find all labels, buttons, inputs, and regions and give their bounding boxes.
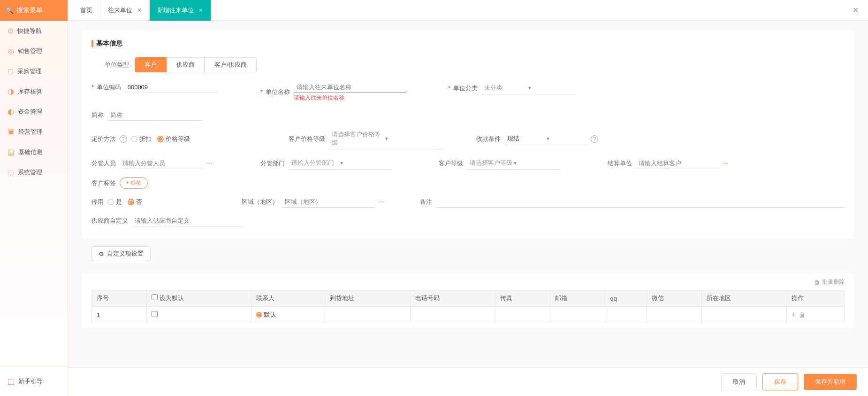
custom-settings-button[interactable]: ⚙ 自定义项设置 (91, 246, 151, 261)
customer-price-field: 客户价格等级 请选择客户价格等级 ▾ (289, 128, 457, 149)
supplier-custom-field: 供应商自定义 (91, 215, 279, 226)
sidebar-item-sales[interactable]: ◎销售管理 (0, 41, 68, 61)
save-button[interactable]: 保存 (762, 373, 798, 390)
radio-discount[interactable]: 折扣 (131, 135, 152, 143)
payment-help-icon[interactable]: ? (591, 135, 598, 143)
unit-code-input[interactable] (125, 82, 219, 93)
help-icon[interactable]: ? (120, 135, 127, 143)
form-row-2: 简称 (91, 109, 845, 121)
supplier-custom-input[interactable] (132, 215, 244, 226)
batch-delete-button[interactable]: 🗑 批量删除 (815, 278, 845, 286)
unit-name-error: 请输入往来单位名称 (294, 94, 429, 102)
region-field: 区域（地区） ··· (242, 196, 401, 208)
sidebar-item-system[interactable]: ◌系统管理 (0, 162, 68, 182)
add-row-icon[interactable]: + (792, 311, 795, 318)
sidebar-item-purchase[interactable]: ◻采购管理 (0, 61, 68, 81)
table-col-4: 电话号码 (410, 290, 495, 307)
custom-settings-wrap: ⚙ 自定义项设置 (82, 246, 854, 273)
unit-code-field: * 单位编码 (91, 82, 242, 93)
bottom-bar: 取消 保存 保存并新增 (68, 367, 868, 396)
customer-level-field: 客户等级 请选择客户等级 ▾ (439, 157, 589, 170)
region-more-icon[interactable]: ··· (378, 198, 384, 206)
form-row-1: * 单位编码 * 单位名称 请输入往来单位名称 (91, 82, 845, 102)
unit-type-btn-supplier[interactable]: 供应商 (167, 57, 205, 72)
tab-close-new-partner[interactable]: ✕ (198, 7, 203, 14)
chevron-down-icon-2: ▾ (385, 135, 439, 142)
table-row: 1默认+🗑 (92, 307, 845, 323)
select-all-checkbox[interactable] (152, 294, 158, 300)
quick-nav-icon: ⊙ (8, 26, 14, 35)
table-toolbar: 🗑 批量删除 (91, 278, 845, 286)
operations-icon: ▣ (8, 127, 15, 136)
remarks-input[interactable] (436, 196, 845, 208)
department-select[interactable]: 请输入分管部门 ▾ (289, 157, 392, 170)
sidebar-item-finance[interactable]: ◐资金管理 (0, 101, 68, 122)
chevron-down-icon: ▾ (528, 85, 572, 91)
customer-price-select[interactable]: 请选择客户价格等级 ▾ (329, 128, 442, 149)
radio-no[interactable]: 否 (128, 198, 142, 206)
unit-name-input[interactable] (294, 82, 406, 93)
short-name-input[interactable] (107, 109, 201, 121)
payment-terms-select[interactable]: 现结 ▾ (504, 132, 589, 145)
unit-type-row: 单位类型 客户供应商客户/供应商 (91, 57, 845, 72)
row-checkbox[interactable] (152, 311, 158, 317)
radio-circle-discount (131, 136, 137, 142)
system-icon: ◌ (8, 168, 14, 177)
table-col-5: 传真 (495, 290, 550, 307)
payment-terms-field: 收款条件 现结 ▾ ? (476, 132, 645, 145)
form-row-7: 供应商自定义 (91, 215, 845, 226)
add-tag-button[interactable]: + 标签 (120, 177, 148, 189)
tab-partners[interactable]: 往来单位✕ (100, 0, 150, 21)
save-new-button[interactable]: 保存并新增 (804, 374, 857, 390)
unit-type-btn-customer[interactable]: 客户 (135, 57, 167, 72)
close-all-tabs[interactable]: ✕ (848, 6, 863, 15)
customer-level-select[interactable]: 请选择客户等级 ▾ (467, 157, 561, 170)
tab-close-partners[interactable]: ✕ (137, 7, 142, 14)
delete-row-icon[interactable]: 🗑 (799, 311, 805, 318)
chevron-down-icon-4: ▾ (340, 160, 389, 166)
settlement-more-icon[interactable]: ··· (722, 159, 728, 168)
tab-home[interactable]: 首页 (73, 0, 100, 21)
table-col-2: 联系人 (251, 290, 325, 307)
unit-category-select[interactable]: 未分类 ▾ (481, 82, 575, 94)
sidebar-item-operations[interactable]: ▣经营管理 (0, 122, 68, 142)
purchase-icon: ◻ (8, 67, 14, 76)
basic-info-section: 基本信息 单位类型 客户供应商客户/供应商 * 单位编码 * (82, 30, 854, 239)
form-row-3: 定价方法 ? 折扣 价格等级 客户 (91, 128, 845, 149)
chevron-down-icon-5: ▾ (514, 160, 558, 166)
search-menu[interactable]: 🔍 搜索菜单 (0, 0, 68, 21)
tab-new-partner[interactable]: 新增往来单位✕ (150, 0, 211, 21)
contacts-table-section: 🗑 批量删除 序号 设为默认联系人到货地址电话号码传真邮箱qq微信所在地区操作 … (82, 273, 854, 328)
gear-icon: ⚙ (99, 250, 104, 257)
settlement-field: 结算单位 ··· (608, 158, 758, 169)
table-col-10: 操作 (787, 290, 845, 307)
sidebar-item-inventory[interactable]: ◑库存核算 (0, 81, 68, 101)
guide-icon: ◫ (8, 377, 15, 386)
manager-field: 分管人员 ··· (91, 158, 242, 169)
main-area: 首页往来单位✕新增往来单位✕ ✕ 基本信息 单位类型 客户供应商客户/供应商 *… (68, 0, 868, 396)
sidebar-item-basic[interactable]: ▤基础信息 (0, 142, 68, 162)
cancel-button[interactable]: 取消 (721, 373, 757, 390)
pricing-method-field: 定价方法 ? 折扣 价格等级 (91, 135, 270, 143)
sidebar-item-guide[interactable]: ◫ 新手引导 (0, 371, 68, 391)
manager-more-icon[interactable]: ··· (206, 159, 212, 168)
form-row-4: 分管人员 ··· 分管部门 请输入分管部门 ▾ 客户等级 请选择客户等级 ▾ (91, 157, 845, 170)
radio-price-level[interactable]: 价格等级 (157, 135, 190, 143)
form-row-6: 停用 是 否 区域（地区） ··· (91, 196, 845, 208)
tab-bar: 首页往来单位✕新增往来单位✕ ✕ (68, 0, 868, 21)
batch-delete-icon: 🗑 (815, 279, 820, 286)
sidebar-bottom: ◫ 新手引导 (0, 366, 68, 396)
sidebar-item-quick-nav[interactable]: ⊙快捷导航 (0, 21, 68, 41)
main-content: 基本信息 单位类型 客户供应商客户/供应商 * 单位编码 * (68, 21, 868, 367)
table-col-1: 设为默认 (147, 290, 251, 307)
table-col-9: 所在地区 (701, 290, 787, 307)
sales-icon: ◎ (8, 47, 14, 55)
department-field: 分管部门 请输入分管部门 ▾ (260, 157, 420, 170)
settlement-input[interactable] (636, 158, 720, 169)
manager-input[interactable] (120, 158, 204, 169)
table-col-0: 序号 (92, 290, 147, 307)
sidebar: 🔍 搜索菜单 ⊙快捷导航◎销售管理◻采购管理◑库存核算◐资金管理▣经营管理▤基础… (0, 0, 68, 396)
region-input[interactable] (282, 196, 376, 208)
radio-yes[interactable]: 是 (107, 198, 122, 206)
unit-type-btn-both[interactable]: 客户/供应商 (205, 57, 257, 72)
